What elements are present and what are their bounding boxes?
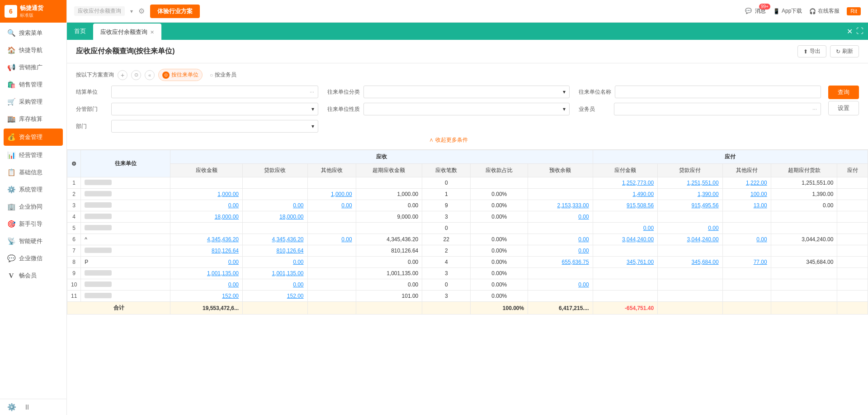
tab-close-icon[interactable]: ✕: [150, 29, 154, 35]
sidebar-item-marketing[interactable]: 📢 营销推广: [0, 59, 66, 76]
footer-ar-loan: [243, 302, 307, 315]
refresh-label: 刷新: [842, 48, 853, 55]
data-table-wrap: ⚙ 往来单位 应收 应付 应收金额 贷款应收 其他应收 超期应收金额 应收笔数 …: [67, 150, 868, 415]
sidebar-item-finance[interactable]: 💰 资金管理: [4, 129, 63, 146]
sidebar: 6 畅捷通货 标准版 🔍 搜索菜单 🏠 快捷导航 📢 营销推广 🛍️ 销售管理 …: [0, 0, 67, 415]
customer-category-select[interactable]: ▾: [363, 86, 570, 98]
app-download-button[interactable]: 📱 App下载: [773, 7, 802, 15]
customer-cell: xxxxxxxx: [81, 291, 170, 302]
user-profile[interactable]: Rit: [847, 8, 861, 14]
sidebar-item-label: 系统管理: [19, 186, 42, 194]
sidebar-item-search[interactable]: 🔍 搜索菜单: [0, 24, 66, 42]
sidebar-item-label: 企业协同: [19, 203, 42, 211]
chevron-down-icon[interactable]: ▾: [130, 8, 133, 14]
settlement-unit-field: 结算单位 ···: [76, 86, 318, 98]
department-select[interactable]: ▾: [111, 120, 318, 133]
chevron-down-icon: ▾: [563, 106, 566, 112]
settlement-unit-input[interactable]: ···: [111, 86, 318, 98]
refresh-button[interactable]: ↻ 刷新: [830, 45, 859, 57]
scheme-by-staff[interactable]: ○ 按业务员: [206, 69, 240, 81]
sidebar-item-inventory[interactable]: 🏬 库存核算: [0, 110, 66, 128]
sidebar-item-basic[interactable]: 📋 基础信息: [0, 164, 66, 181]
chevron-down-icon: ▾: [311, 123, 314, 129]
sidebar-item-guide[interactable]: 🎯 新手引导: [0, 215, 66, 233]
tab-home[interactable]: 首页: [67, 23, 93, 40]
search-icon: 🔍: [7, 29, 15, 37]
sidebar-item-purchase[interactable]: 🛒 采购管理: [0, 93, 66, 110]
dots-icon: ···: [310, 89, 314, 95]
scheme-label: 按往来单位: [171, 71, 198, 79]
guide-icon: 🎯: [7, 220, 15, 228]
footer-ap-other: [722, 302, 771, 315]
table-row: 9xxxxxxxx1,001,135.001,001,135.001,001,1…: [67, 268, 868, 279]
export-button[interactable]: ⬆ 导出: [797, 45, 826, 57]
sidebar-item-hardware[interactable]: 📡 智能硬件: [0, 233, 66, 250]
footer-ar-overdue: [356, 302, 422, 315]
close-icon[interactable]: ✕: [847, 27, 853, 36]
expand-icon[interactable]: ⛶: [856, 27, 863, 35]
customer-nature-select[interactable]: ▾: [363, 103, 570, 115]
add-scheme-button[interactable]: +: [118, 70, 127, 80]
table-settings-header[interactable]: ⚙: [67, 150, 81, 177]
customer-cell: xxxxxxxx: [81, 279, 170, 291]
scheme-collapse-icon[interactable]: «: [145, 70, 155, 80]
sidebar-item-label: 经营管理: [19, 151, 42, 159]
purchase-icon: 🛒: [7, 98, 15, 106]
sales-icon: 🛍️: [7, 81, 15, 89]
page-actions: ⬆ 导出 ↻ 刷新: [797, 45, 859, 57]
customer-cell: xxxxxxxx: [81, 223, 170, 234]
customer-cell: xxxxxxxx: [81, 268, 170, 279]
collapse-icon: ∧: [429, 137, 434, 143]
user-name: Rit: [847, 7, 861, 15]
messages-button[interactable]: 💬 99+ 消息: [745, 7, 766, 15]
table-row: 2xxxxxxxx1,000.001,000.001,000.0010.00%1…: [67, 189, 868, 200]
page-title: 应收应付余额查询(按往来单位): [76, 47, 175, 56]
sidebar-item-label: 营销推广: [19, 63, 42, 72]
online-service-button[interactable]: 🎧 在线客服: [809, 7, 840, 15]
table-row: 3xxxxxxxx0.000.000.000.0090.00%2,153,333…: [67, 200, 868, 211]
sidebar-item-enterprise[interactable]: 🏢 企业协同: [0, 198, 66, 215]
sidebar-item-label: 企业微信: [19, 254, 42, 262]
tab-label: 应收应付余额查询: [100, 28, 147, 36]
sidebar-item-member[interactable]: V 畅会员: [0, 267, 66, 284]
sidebar-item-wechat[interactable]: 💬 企业微信: [0, 250, 66, 267]
footer-ar-count: [422, 302, 471, 315]
table-row: 10xxxxxxxx0.000.000.0000.00%0.00: [67, 279, 868, 291]
sidebar-item-label: 基础信息: [19, 168, 42, 176]
scheme-settings-icon[interactable]: ⊙: [131, 70, 141, 80]
sidebar-item-sales[interactable]: 🛍️ 销售管理: [0, 76, 66, 93]
filter-collapse-button[interactable]: ∧ 收起更多条件: [76, 136, 821, 144]
collapse-icon[interactable]: ⏸: [24, 403, 31, 411]
settings-icon[interactable]: ⚙️: [7, 403, 16, 411]
customer-cell: P: [81, 257, 170, 268]
ap-other-header: 其他应付: [722, 164, 771, 177]
message-badge: 99+: [759, 4, 770, 10]
sidebar-item-label: 快捷导航: [19, 46, 42, 54]
marketing-icon: 📢: [7, 63, 15, 72]
gear-icon[interactable]: ⚙: [138, 7, 145, 15]
customer-name-input[interactable]: [615, 86, 821, 98]
customer-cell: xxxxxxxx: [81, 200, 170, 211]
industry-solution-button[interactable]: 体验行业方案: [150, 5, 200, 18]
ap-amount-header: 应付金额: [593, 164, 657, 177]
sidebar-item-system[interactable]: ⚙️ 系统管理: [0, 181, 66, 198]
customer-nature-label: 往来单位性质: [327, 105, 360, 113]
wechat-icon: 💬: [7, 254, 15, 262]
filter-label: 按以下方案查询: [76, 71, 114, 79]
sidebar-item-label: 资金管理: [19, 133, 42, 141]
data-table: ⚙ 往来单位 应收 应付 应收金额 贷款应收 其他应收 超期应收金额 应收笔数 …: [67, 150, 868, 315]
query-button[interactable]: 查询: [828, 86, 859, 99]
managing-dept-select[interactable]: ▾: [111, 103, 318, 115]
filter-area: 按以下方案查询 + ⊙ « ⊙ 按往来单位 ○ 按业务员 结算单位 ···: [67, 63, 868, 150]
settings-button[interactable]: 设置: [828, 101, 859, 115]
scheme-by-customer[interactable]: ⊙ 按往来单位: [158, 69, 203, 81]
export-icon: ⬆: [803, 48, 808, 55]
chevron-down-icon: ▾: [311, 106, 314, 112]
salesperson-input[interactable]: ···: [614, 103, 821, 115]
sidebar-item-quicknav[interactable]: 🏠 快捷导航: [0, 42, 66, 59]
footer-ar-amount: 19,553,472,6...: [170, 302, 243, 315]
sidebar-item-operations[interactable]: 📊 经营管理: [0, 147, 66, 164]
filter-buttons: 查询 设置: [828, 86, 859, 115]
tab-ar-ap-query[interactable]: 应收应付余额查询 ✕: [93, 24, 161, 41]
sidebar-item-label: 智能硬件: [19, 237, 42, 245]
